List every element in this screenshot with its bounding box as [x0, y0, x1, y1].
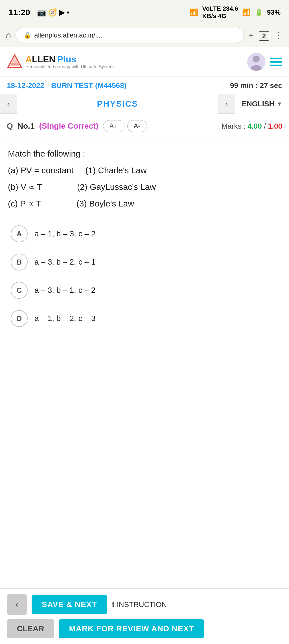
bottom-bar: ‹ SAVE & NEXT ℹ INSTRUCTION CLEAR MARK F…	[0, 588, 289, 644]
save-next-button[interactable]: SAVE & NEXT	[32, 595, 107, 614]
font-increase-button[interactable]: A+	[103, 120, 124, 132]
date-link[interactable]: 18-12-2022	[7, 81, 44, 90]
question-line-3: (b) V ∝ T (2) GayLussac's Law	[8, 180, 281, 194]
subject-tabs: ‹ PHYSICS › ENGLISH ▼	[0, 93, 289, 115]
allen-logo-icon	[7, 54, 23, 70]
question-type: (Single Correct)	[39, 122, 98, 131]
options-list: A a – 1, b – 3, c – 2 B a – 3, b – 2, c …	[8, 220, 281, 333]
question-line-2: (a) PV = constant (1) Charle's Law	[8, 163, 281, 177]
app-header: ALLEN Plus Personalised Learning with Ul…	[0, 47, 289, 77]
logo-text: ALLEN Plus Personalised Learning with Ul…	[25, 54, 114, 69]
instruction-label: INSTRUCTION	[117, 600, 167, 609]
url-bar[interactable]: 🔒 allenplus.allen.ac.in/i...	[16, 28, 244, 43]
logo-section: ALLEN Plus Personalised Learning with Ul…	[7, 54, 114, 70]
allen-text: ALLEN	[25, 54, 56, 64]
url-text: allenplus.allen.ac.in/i...	[34, 31, 102, 39]
menu-line-2	[270, 61, 282, 63]
question-text: Match the following : (a) PV = constant …	[8, 146, 281, 211]
option-d[interactable]: D a – 1, b – 2, c – 3	[8, 304, 281, 333]
clear-button[interactable]: CLEAR	[7, 619, 54, 638]
question-content: Match the following : (a) PV = constant …	[0, 137, 289, 391]
question-line-1: Match the following :	[8, 146, 281, 161]
marks-label: Marks :	[222, 122, 246, 130]
avatar[interactable]	[247, 53, 265, 71]
status-time: 11:20	[8, 8, 30, 17]
network-type: VoLTE 234.6KB/s 4G	[202, 5, 238, 20]
option-b-circle: B	[11, 254, 28, 271]
signal-strength-icon: 📶	[190, 8, 198, 16]
lock-icon: 🔒	[24, 32, 31, 39]
chevron-down-icon: ▼	[277, 101, 282, 107]
option-c[interactable]: C a – 3, b – 1, c – 2	[8, 276, 281, 304]
status-right: 📶 VoLTE 234.6KB/s 4G 📶 🔋 93%	[190, 5, 281, 20]
sub-header: 18-12-2022 BURN TEST (M44568) 99 min : 2…	[0, 77, 289, 93]
option-a-text: a – 1, b – 3, c – 2	[34, 229, 95, 238]
test-name-link[interactable]: BURN TEST (M44568)	[51, 81, 126, 90]
prev-subject-button[interactable]: ‹	[0, 94, 17, 114]
option-a-circle: A	[11, 225, 28, 242]
font-size-controls: A+ A-	[103, 120, 147, 132]
signal-bars-icon: 📶	[242, 8, 251, 16]
negative-marks: 1.00	[268, 122, 282, 130]
battery-percentage: 93%	[267, 8, 281, 16]
sub-header-left: 18-12-2022 BURN TEST (M44568)	[7, 81, 126, 90]
home-button[interactable]: ⌂	[6, 30, 11, 41]
question-line-4: (c) P ∝ T (3) Boyle's Law	[8, 196, 281, 211]
next-subject-button[interactable]: ›	[218, 94, 235, 114]
language-text: ENGLISH	[242, 100, 275, 108]
hamburger-menu-button[interactable]	[270, 58, 282, 66]
browser-actions: + 2 ⋮	[248, 30, 283, 41]
option-c-circle: C	[11, 282, 28, 299]
mark-review-button[interactable]: MARK FOR REVIEW AND NEXT	[59, 619, 204, 638]
timer: 99 min : 27 sec	[230, 81, 282, 90]
option-a[interactable]: A a – 1, b – 3, c – 2	[8, 220, 281, 248]
font-decrease-button[interactable]: A-	[127, 120, 147, 132]
battery-icon: 🔋	[255, 8, 263, 16]
active-subject-tab[interactable]: PHYSICS	[17, 93, 218, 115]
previous-button[interactable]: ‹	[7, 594, 27, 615]
tagline: Personalised Learning with Ultimate Syst…	[25, 64, 114, 69]
svg-point-4	[253, 56, 260, 62]
tabs-count: 2	[259, 31, 269, 41]
instruction-button[interactable]: ℹ INSTRUCTION	[112, 600, 167, 609]
bottom-row-1: ‹ SAVE & NEXT ℹ INSTRUCTION	[7, 594, 282, 615]
spacer	[0, 391, 289, 448]
marks-section: Marks : 4.00 / 1.00	[222, 122, 282, 131]
tabs-button[interactable]: 2	[259, 30, 269, 41]
header-right	[247, 53, 282, 71]
question-info-bar: Q No.1 (Single Correct) A+ A- Marks : 4.…	[0, 115, 289, 137]
option-b[interactable]: B a – 3, b – 2, c – 1	[8, 248, 281, 276]
option-b-text: a – 3, b – 2, c – 1	[34, 258, 95, 267]
question-number: No.1	[17, 122, 35, 131]
info-icon: ℹ	[112, 600, 115, 609]
menu-line-3	[270, 65, 282, 66]
browser-bar: ⌂ 🔒 allenplus.allen.ac.in/i... + 2 ⋮	[0, 24, 289, 47]
option-d-text: a – 1, b – 2, c – 3	[34, 314, 95, 323]
new-tab-button[interactable]: +	[248, 30, 254, 41]
status-bar: 11:20 📷 🧭 ▶ • 📶 VoLTE 234.6KB/s 4G 📶 🔋 9…	[0, 0, 289, 24]
marks-separator: /	[264, 122, 268, 130]
language-selector[interactable]: ENGLISH ▼	[235, 100, 289, 108]
plus-text: Plus	[57, 54, 76, 64]
browser-menu-button[interactable]: ⋮	[274, 30, 283, 41]
prev-chevron-icon: ‹	[16, 600, 18, 609]
question-icon-label: Q	[7, 122, 13, 131]
option-c-text: a – 3, b – 1, c – 2	[34, 286, 95, 295]
menu-line-1	[270, 58, 282, 59]
option-d-circle: D	[11, 310, 28, 327]
positive-marks: 4.00	[248, 122, 262, 130]
bottom-row-2: CLEAR MARK FOR REVIEW AND NEXT	[7, 619, 282, 638]
status-icons: 📷 🧭 ▶ •	[37, 8, 69, 17]
